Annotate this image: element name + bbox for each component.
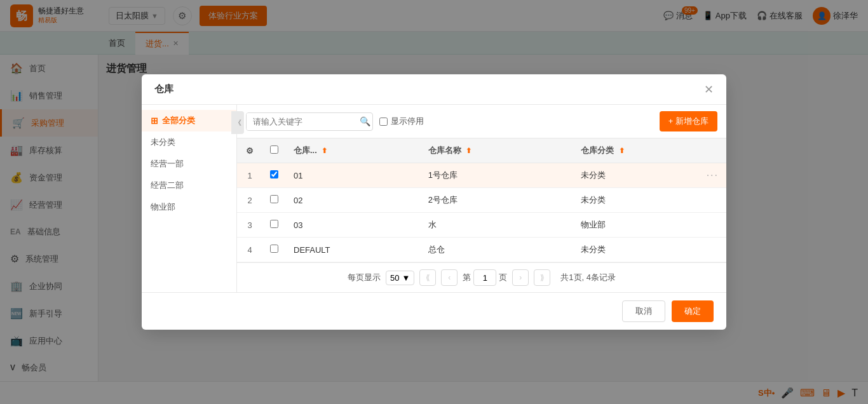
category-item-ops2[interactable]: 经营二部 xyxy=(142,175,236,196)
row-num: 3 xyxy=(237,213,262,238)
page-prev-button[interactable]: ‹ xyxy=(441,269,458,286)
sort-icon-code: ⬆ xyxy=(322,147,327,154)
search-input[interactable] xyxy=(247,113,355,130)
data-table: ⚙ 仓库... ⬆ 仓库名称 ⬆ 仓库分类 ⬆ xyxy=(237,138,726,262)
search-input-wrap: 🔍 xyxy=(246,112,373,131)
modal-overlay: 仓库 ✕ ⊞ 全部分类 未分类 经营一部 经营二部 xyxy=(0,0,868,404)
col-category: 仓库分类 ⬆ xyxy=(573,138,726,163)
category-item-uncat[interactable]: 未分类 xyxy=(142,131,236,153)
per-page-label: 每页显示 xyxy=(348,272,381,283)
row-category: 未分类 ··· xyxy=(573,163,726,188)
cancel-button[interactable]: 取消 xyxy=(622,300,665,322)
category-panel: ⊞ 全部分类 未分类 经营一部 经营二部 物业部 《 xyxy=(142,105,237,292)
row-name: 水 xyxy=(421,213,574,238)
row-name: 1号仓库 xyxy=(421,163,574,188)
row-action-dots[interactable]: ··· xyxy=(707,170,719,181)
row-checkbox[interactable] xyxy=(270,245,278,253)
col-settings: ⚙ xyxy=(237,138,262,163)
select-all-checkbox[interactable] xyxy=(270,145,278,154)
row-checkbox[interactable] xyxy=(270,170,278,178)
search-icon[interactable]: 🔍 xyxy=(355,116,373,126)
collapse-icon: 《 xyxy=(234,118,241,128)
table-row[interactable]: 1 01 1号仓库 未分类 ··· xyxy=(237,163,726,188)
row-checkbox-cell xyxy=(262,213,286,238)
warehouse-table: ⚙ 仓库... ⬆ 仓库名称 ⬆ 仓库分类 ⬆ xyxy=(237,138,726,262)
category-all-item[interactable]: ⊞ 全部分类 xyxy=(142,110,236,131)
row-num: 4 xyxy=(237,238,262,262)
col-checkbox xyxy=(262,138,286,163)
col-name: 仓库名称 ⬆ xyxy=(421,138,574,163)
row-code: 03 xyxy=(286,213,421,238)
row-category: 物业部 xyxy=(573,213,726,238)
table-row[interactable]: 2 02 2号仓库 未分类 xyxy=(237,188,726,213)
row-name: 2号仓库 xyxy=(421,188,574,213)
table-panel: 🔍 显示停用 + 新增仓库 ⚙ xyxy=(237,105,726,292)
sort-icon-name: ⬆ xyxy=(466,147,471,154)
show-disabled-label[interactable]: 显示停用 xyxy=(379,116,424,127)
page-last-button[interactable]: ⟫ xyxy=(534,269,550,286)
show-disabled-checkbox[interactable] xyxy=(379,118,388,126)
modal-title: 仓库 xyxy=(154,83,173,95)
row-code: 02 xyxy=(286,188,421,213)
page-input-wrap: 第 页 xyxy=(463,269,507,286)
col-code: 仓库... ⬆ xyxy=(286,138,421,163)
row-name: 总仓 xyxy=(421,238,574,262)
row-num: 2 xyxy=(237,188,262,213)
page-number-input[interactable] xyxy=(473,269,496,286)
modal-body: ⊞ 全部分类 未分类 经营一部 经营二部 物业部 《 xyxy=(142,105,726,292)
warehouse-modal: 仓库 ✕ ⊞ 全部分类 未分类 经营一部 经营二部 xyxy=(142,74,726,330)
per-page-select[interactable]: 50 ▼ xyxy=(386,271,414,285)
category-item-ops1[interactable]: 经营一部 xyxy=(142,153,236,175)
table-body: 1 01 1号仓库 未分类 ··· 2 02 2号仓库 未分类 3 xyxy=(237,163,726,262)
collapse-panel-button[interactable]: 《 xyxy=(231,111,244,134)
row-checkbox[interactable] xyxy=(270,220,278,228)
per-page-dropdown-icon: ▼ xyxy=(402,273,410,283)
grid-icon: ⊞ xyxy=(151,116,158,126)
row-category: 未分类 xyxy=(573,238,726,262)
row-num: 1 xyxy=(237,163,262,188)
row-code: DEFAULT xyxy=(286,238,421,262)
row-checkbox-cell xyxy=(262,188,286,213)
row-checkbox[interactable] xyxy=(270,195,278,203)
page-first-button[interactable]: ⟪ xyxy=(419,269,436,286)
page-total-label: 共1页, 4条记录 xyxy=(560,272,616,283)
table-toolbar: 🔍 显示停用 + 新增仓库 xyxy=(237,105,726,138)
category-all-label: 全部分类 xyxy=(162,115,195,126)
table-row[interactable]: 3 03 水 物业部 xyxy=(237,213,726,238)
row-checkbox-cell xyxy=(262,163,286,188)
page-next-button[interactable]: › xyxy=(512,269,529,286)
add-warehouse-button[interactable]: + 新增仓库 xyxy=(660,111,717,131)
sort-icon-category: ⬆ xyxy=(619,147,625,154)
show-disabled-text: 显示停用 xyxy=(391,116,424,127)
page-suffix-label: 页 xyxy=(499,272,507,283)
pagination: 每页显示 50 ▼ ⟪ ‹ 第 页 › ⟫ 共1页, 4条记录 xyxy=(237,262,726,292)
row-code: 01 xyxy=(286,163,421,188)
modal-footer: 取消 确定 xyxy=(142,292,726,330)
confirm-button[interactable]: 确定 xyxy=(672,300,714,322)
modal-header: 仓库 ✕ xyxy=(142,74,726,105)
row-category: 未分类 xyxy=(573,188,726,213)
page-prefix-label: 第 xyxy=(463,272,471,283)
category-item-property[interactable]: 物业部 xyxy=(142,196,236,218)
table-header-row: ⚙ 仓库... ⬆ 仓库名称 ⬆ 仓库分类 ⬆ xyxy=(237,138,726,163)
table-row[interactable]: 4 DEFAULT 总仓 未分类 xyxy=(237,238,726,262)
modal-close-button[interactable]: ✕ xyxy=(704,84,714,95)
row-checkbox-cell xyxy=(262,238,286,262)
